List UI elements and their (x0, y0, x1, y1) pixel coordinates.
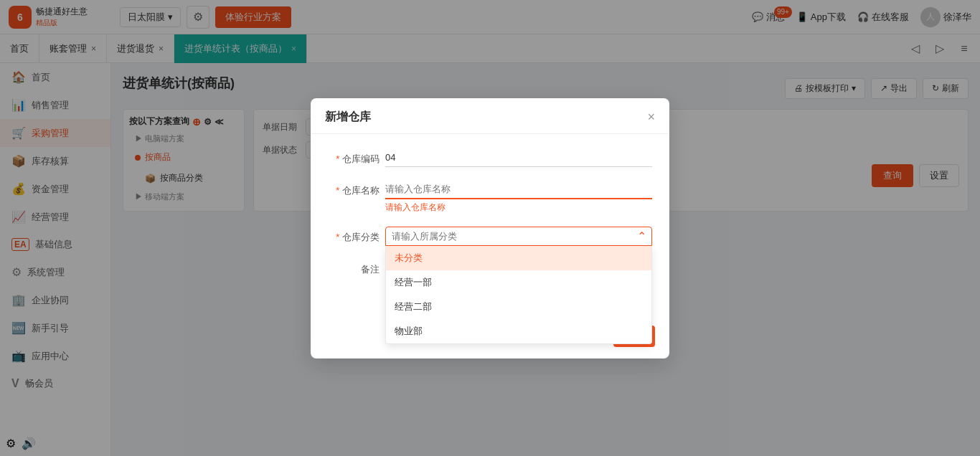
category-dropdown: 未分类 经营一部 经营二部 物业部 (385, 246, 652, 344)
dropdown-item-dept1[interactable]: 经营一部 (386, 270, 651, 295)
modal-overlay: 新增仓库 × * 仓库编码 * 仓库名称 (0, 0, 980, 456)
warehouse-code-input[interactable] (385, 148, 652, 167)
warehouse-name-input[interactable] (385, 180, 652, 199)
dialog-row-name: * 仓库名称 请输入仓库名称 (328, 180, 652, 214)
dropdown-item-property[interactable]: 物业部 (386, 319, 651, 343)
code-label: * 仓库编码 (328, 148, 385, 166)
dropdown-item-uncategorized[interactable]: 未分类 (386, 246, 651, 270)
warehouse-category-input[interactable] (385, 227, 652, 246)
add-warehouse-dialog: 新增仓库 × * 仓库编码 * 仓库名称 (311, 98, 669, 358)
dialog-row-code: * 仓库编码 (328, 148, 652, 167)
dialog-body: * 仓库编码 * 仓库名称 请输入仓库名称 (311, 134, 669, 318)
category-select-wrap: ⌃ 未分类 经营一部 经营二部 物业部 (385, 227, 652, 246)
dialog-header: 新增仓库 × (311, 98, 669, 134)
dialog-close-button[interactable]: × (647, 110, 655, 125)
name-label: * 仓库名称 (328, 180, 385, 197)
dialog-row-category: * 仓库分类 ⌃ 未分类 经营一部 经营二部 物业部 (328, 227, 652, 246)
name-input-wrap: 请输入仓库名称 (385, 180, 652, 214)
note-label: 备注 (328, 259, 385, 276)
category-label: * 仓库分类 (328, 227, 385, 244)
dropdown-item-dept2[interactable]: 经营二部 (386, 295, 651, 319)
category-input-wrap: ⌃ 未分类 经营一部 经营二部 物业部 (385, 227, 652, 246)
dialog-title: 新增仓库 (325, 110, 371, 125)
name-error-msg: 请输入仓库名称 (385, 201, 652, 214)
code-input-wrap (385, 148, 652, 167)
category-arrow-icon[interactable]: ⌃ (637, 229, 646, 243)
